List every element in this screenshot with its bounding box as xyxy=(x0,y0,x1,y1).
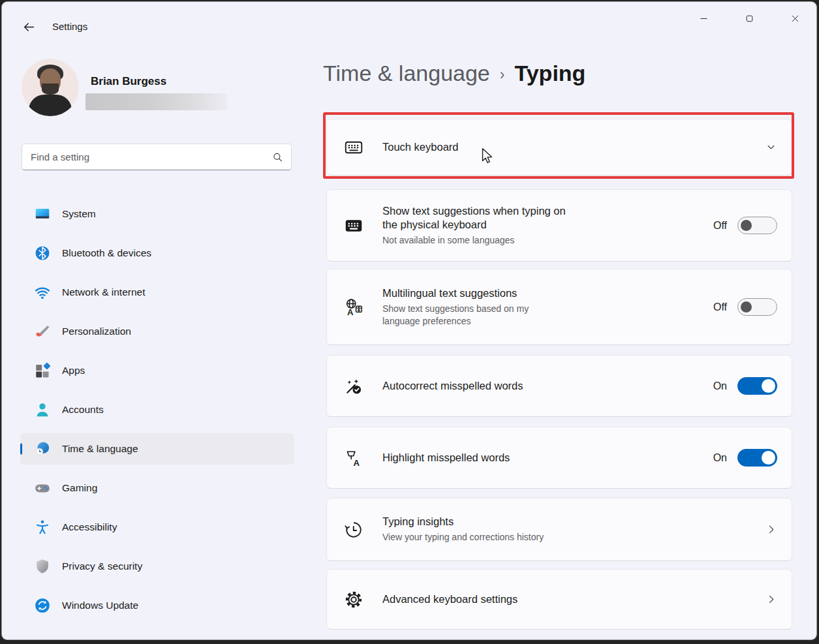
setting-card-advanced-keyboard-settings[interactable]: Advanced keyboard settings xyxy=(326,569,792,630)
toggle-state-label: Off xyxy=(713,301,727,313)
settings-card-list: Touch keyboard Show text suggestions whe… xyxy=(326,117,792,630)
toggle-autocorrect-misspelled-words[interactable] xyxy=(737,377,777,395)
search-input[interactable] xyxy=(22,144,291,170)
setting-title: Autocorrect misspelled words xyxy=(382,379,523,393)
chevron-right-icon[interactable] xyxy=(765,523,777,536)
breadcrumb-parent[interactable]: Time & language xyxy=(323,61,490,86)
system-icon xyxy=(34,206,51,222)
setting-subtitle: Not available in some languages xyxy=(382,234,568,247)
page-title: Typing xyxy=(514,61,585,86)
toggle-state-label: On xyxy=(713,452,727,464)
sidebar-item-time-and-language[interactable]: Time & language xyxy=(20,433,294,465)
setting-title: Typing insights xyxy=(382,515,544,529)
redacted-email-bar xyxy=(85,93,227,110)
setting-subtitle: View your typing and corrections history xyxy=(382,531,544,544)
sidebar-item-apps[interactable]: Apps xyxy=(20,355,294,386)
sidebar-item-personalization[interactable]: Personalization xyxy=(20,316,294,347)
svg-text:A: A xyxy=(354,458,360,468)
maximize-icon xyxy=(744,13,755,24)
apps-icon xyxy=(34,362,51,379)
proofing-pen-icon: A xyxy=(343,448,364,468)
toggle-show-text-suggestions-when-typing-on-the-physical-keyboard[interactable] xyxy=(737,217,777,234)
avatar xyxy=(22,59,79,116)
sidebar-item-network-and-internet[interactable]: Network & internet xyxy=(20,277,294,308)
breadcrumb-separator-icon: › xyxy=(500,66,505,84)
setting-title: Advanced keyboard settings xyxy=(382,592,518,607)
app-title: Settings xyxy=(52,21,87,32)
sidebar-item-bluetooth-and-devices[interactable]: Bluetooth & devices xyxy=(20,238,294,269)
autocorrect-wand-icon xyxy=(343,376,364,396)
setting-card-show-text-suggestions-when-typing-on-the-physical-keyboard[interactable]: Show text suggestions when typing on the… xyxy=(326,189,792,262)
sidebar-item-system[interactable]: System xyxy=(20,198,294,230)
sidebar-item-windows-update[interactable]: Windows Update xyxy=(20,590,294,621)
setting-title: Multilingual text suggestions xyxy=(382,286,546,301)
setting-title: Touch keyboard xyxy=(382,140,459,155)
bluetooth-icon xyxy=(34,245,51,262)
windows-update-icon xyxy=(34,597,51,614)
settings-window: Settings Brian Burgess System Bluetooth … xyxy=(1,1,817,640)
close-button[interactable] xyxy=(780,7,810,29)
setting-subtitle: Show text suggestions based on my langua… xyxy=(382,303,546,328)
setting-card-touch-keyboard[interactable]: Touch keyboard xyxy=(326,119,792,176)
back-button[interactable] xyxy=(18,16,40,37)
toggle-state-label: Off xyxy=(713,220,727,232)
network-icon xyxy=(34,284,51,301)
keyboard-outline-icon xyxy=(343,138,364,157)
sidebar-item-accessibility[interactable]: Accessibility xyxy=(20,512,294,543)
setting-title: Show text suggestions when typing on the… xyxy=(382,204,568,233)
setting-title: Highlight misspelled words xyxy=(382,451,510,465)
translate-icon: A xyxy=(343,298,364,317)
toggle-multilingual-text-suggestions[interactable] xyxy=(737,298,777,316)
minimize-icon xyxy=(698,13,709,24)
window-controls xyxy=(688,7,810,29)
minimize-button[interactable] xyxy=(688,7,719,29)
svg-text:A: A xyxy=(347,307,354,317)
setting-card-highlight-misspelled-words[interactable]: A Highlight misspelled words On xyxy=(326,427,792,489)
toggle-highlight-misspelled-words[interactable] xyxy=(737,449,777,467)
close-icon xyxy=(790,13,801,24)
sidebar-item-accounts[interactable]: Accounts xyxy=(20,394,294,425)
accounts-icon xyxy=(34,401,51,418)
sidebar-item-gaming[interactable]: Gaming xyxy=(20,472,294,504)
search-icon xyxy=(271,151,284,163)
gaming-icon xyxy=(34,480,51,497)
back-arrow-icon xyxy=(22,20,36,34)
sidebar-item-privacy-and-security[interactable]: Privacy & security xyxy=(20,551,294,582)
setting-card-autocorrect-misspelled-words[interactable]: Autocorrect misspelled words On xyxy=(326,355,792,417)
chevron-right-icon[interactable] xyxy=(765,593,777,606)
privacy-icon xyxy=(34,558,51,575)
personalization-icon xyxy=(34,323,51,340)
profile-name: Brian Burgess xyxy=(91,75,166,88)
maximize-button[interactable] xyxy=(734,7,764,29)
accessibility-icon xyxy=(34,519,51,536)
toggle-state-label: On xyxy=(713,380,727,392)
breadcrumb: Time & language › Typing xyxy=(323,61,585,86)
chevron-down-icon[interactable] xyxy=(765,141,777,153)
gear-icon xyxy=(343,590,364,609)
search-box xyxy=(22,144,292,170)
keyboard-filled-icon xyxy=(343,216,364,236)
time-language-icon xyxy=(34,440,51,457)
setting-card-multilingual-text-suggestions[interactable]: A Multilingual text suggestions Show tex… xyxy=(326,269,792,345)
sidebar-nav: System Bluetooth & devices Network & int… xyxy=(20,198,294,629)
setting-card-typing-insights[interactable]: Typing insights View your typing and cor… xyxy=(326,498,792,561)
history-icon xyxy=(343,520,364,540)
